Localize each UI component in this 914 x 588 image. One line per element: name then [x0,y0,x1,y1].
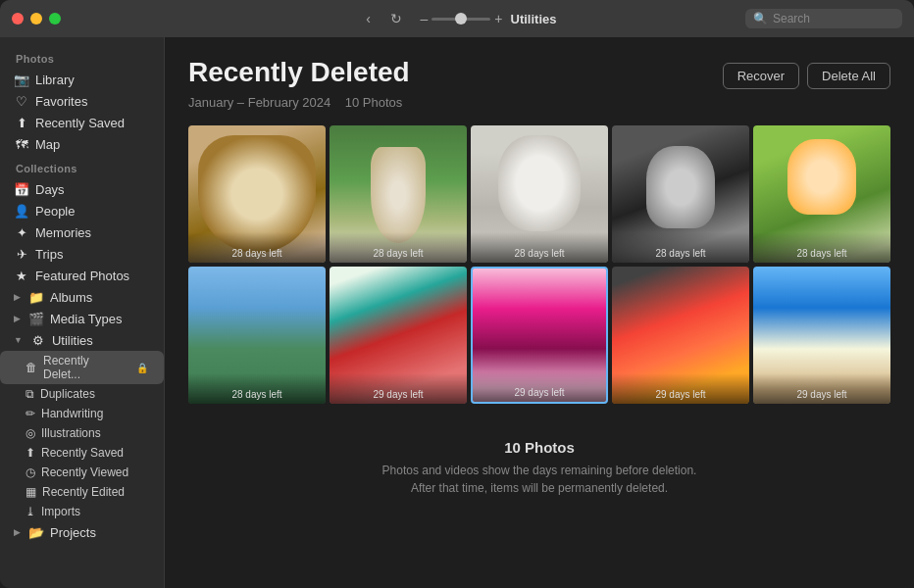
sidebar-sub-imports[interactable]: ⤓ Imports [0,502,164,521]
search-input[interactable]: Search [773,12,810,25]
sidebar-sub-recently-saved[interactable]: ⬆ Recently Saved [0,443,164,463]
header-actions: Recover Delete All [723,63,890,89]
sidebar-item-media-types[interactable]: ▶ 🎬 Media Types [0,308,164,329]
sidebar-item-projects[interactable]: ▶ 📂 Projects [0,521,164,543]
sidebar-item-utilities-label: Utilities [52,333,93,348]
sidebar-item-memories-label: Memories [35,225,91,240]
sidebar-sub-handwriting[interactable]: ✏ Handwriting [0,404,164,423]
zoom-slider-container: – + [421,11,503,26]
sidebar-item-trips-label: Trips [35,247,63,262]
minimize-button[interactable] [30,13,42,24]
recover-button[interactable]: Recover [723,63,799,89]
sidebar-item-days[interactable]: 📅 Days [0,178,164,200]
titlebar: ‹ ↻ – + Utilities 🔍 Search [0,0,914,37]
sidebar-item-favorites[interactable]: ♡ Favorites [0,90,164,112]
delete-all-button[interactable]: Delete All [807,63,890,89]
photo-2-label: 28 days left [330,232,467,263]
albums-expand-icon: ▶ [14,292,21,302]
sidebar-item-people-label: People [35,204,75,219]
photo-2[interactable]: 28 days left [330,125,467,263]
sidebar-item-library-label: Library [35,73,75,87]
slider-thumb [455,13,467,24]
footer-info: 10 Photos Photos and videos show the day… [188,427,890,516]
sidebar-item-favorites-label: Favorites [35,94,87,109]
sidebar-sub-duplicates-label: Duplicates [40,387,95,401]
sidebar-sub-imports-label: Imports [41,505,80,518]
favorites-icon: ♡ [14,93,29,109]
photo-9[interactable]: 29 days left [612,267,749,404]
photo-count: 10 Photos [345,95,403,110]
search-box[interactable]: 🔍 Search [745,9,902,28]
sidebar-item-map[interactable]: 🗺 Map [0,133,164,155]
sidebar-item-featured-photos[interactable]: ★ Featured Photos [0,265,164,286]
projects-expand-icon: ▶ [14,527,21,537]
sidebar-item-days-label: Days [35,182,65,197]
duplicates-icon: ⧉ [25,387,34,401]
sidebar-item-featured-label: Featured Photos [35,269,129,283]
sidebar-item-media-types-label: Media Types [50,312,122,326]
sidebar-sub-duplicates[interactable]: ⧉ Duplicates [0,384,164,404]
recently-deleted-icon: 🗑 [25,361,37,374]
photo-9-label: 29 days left [612,373,749,404]
handwriting-icon: ✏ [25,407,35,420]
fullscreen-button[interactable] [49,13,61,24]
sidebar-sub-recently-deleted[interactable]: 🗑 Recently Delet... 🔒 [0,351,164,384]
sidebar-item-albums[interactable]: ▶ 📁 Albums [0,286,164,308]
footer-count: 10 Photos [188,439,890,456]
photo-10[interactable]: 29 days left [753,267,890,404]
sidebar-sub-recently-saved-label: Recently Saved [41,446,124,460]
photo-1[interactable]: 28 days left [188,125,326,263]
map-icon: 🗺 [14,136,29,152]
zoom-slider[interactable] [432,18,490,21]
photo-grid: 28 days left 28 days left 28 days left 2… [188,125,890,404]
days-icon: 📅 [14,181,29,197]
photo-4[interactable]: 28 days left [612,125,749,263]
recently-edited-icon: ▦ [25,485,36,499]
photo-6[interactable]: 28 days left [188,267,326,404]
sidebar-item-recently-saved[interactable]: ⬆ Recently Saved [0,112,164,133]
sidebar-item-utilities[interactable]: ▼ ⚙ Utilities [0,329,164,351]
photo-8[interactable]: 29 days left [471,267,608,404]
footer-desc-line2: After that time, items will be permanent… [188,479,890,497]
collections-section-label: Collections [0,155,164,178]
subtitle-bar: January – February 2024 10 Photos [188,95,890,110]
utilities-icon: ⚙ [30,332,46,348]
rotate-button[interactable]: ↻ [385,8,407,29]
sidebar-item-projects-label: Projects [50,525,96,540]
sidebar-sub-recently-deleted-label: Recently Delet... [43,354,128,381]
sidebar-sub-recently-edited[interactable]: ▦ Recently Edited [0,482,164,502]
sidebar-sub-recently-viewed-label: Recently Viewed [41,466,128,479]
photo-8-label: 29 days left [473,371,606,402]
photo-7[interactable]: 29 days left [330,267,467,404]
search-icon: 🔍 [753,12,768,25]
sidebar-item-trips[interactable]: ✈ Trips [0,243,164,265]
memories-icon: ✦ [14,224,29,240]
imports-icon: ⤓ [25,505,35,518]
sidebar-item-people[interactable]: 👤 People [0,200,164,221]
media-types-expand-icon: ▶ [14,314,21,323]
photo-7-label: 29 days left [330,373,467,404]
trips-icon: ✈ [14,246,29,262]
back-button[interactable]: ‹ [358,8,380,29]
sidebar-sub-recently-edited-label: Recently Edited [42,485,125,499]
titlebar-title: Utilities [511,12,557,26]
sidebar-item-library[interactable]: 📷 Library [0,69,164,90]
sidebar-item-memories[interactable]: ✦ Memories [0,221,164,243]
recently-saved-util-icon: ⬆ [25,446,35,460]
photo-3-label: 28 days left [471,232,608,263]
close-button[interactable] [12,13,24,24]
recently-viewed-icon: ◷ [25,466,35,479]
photo-3[interactable]: 28 days left [471,125,608,263]
sidebar-sub-illustrations-label: Illustrations [41,426,101,440]
sidebar-item-recently-saved-label: Recently Saved [35,116,125,130]
sidebar-sub-illustrations[interactable]: ◎ Illustrations [0,423,164,443]
utilities-expand-icon: ▼ [14,335,23,345]
sidebar-item-albums-label: Albums [50,290,92,305]
photo-5[interactable]: 28 days left [753,125,890,263]
zoom-out-icon: – [421,11,429,26]
traffic-lights [12,13,61,24]
sidebar-sub-handwriting-label: Handwriting [41,407,103,420]
sidebar-sub-recently-viewed[interactable]: ◷ Recently Viewed [0,463,164,482]
sidebar: Photos 📷 Library ♡ Favorites ⬆ Recently … [0,37,165,588]
photo-4-label: 28 days left [612,232,749,263]
